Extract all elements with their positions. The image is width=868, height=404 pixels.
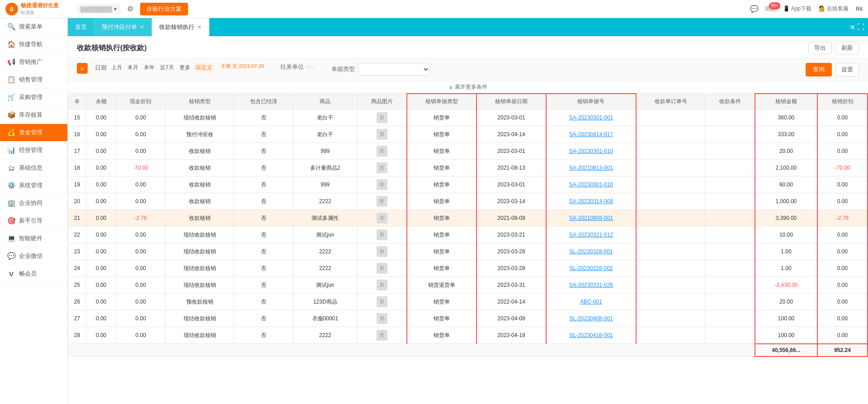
col-offset-amount: 核销金额: [755, 94, 817, 109]
cell-receipt-cond: [705, 227, 755, 243]
cell-offset-discount: 0.00: [817, 243, 868, 260]
expand-window-icon[interactable]: ⛶: [857, 23, 864, 31]
cell-bill-no[interactable]: SA-20230321-012: [546, 227, 636, 243]
sidebar-item-newbie[interactable]: 🎯 新手引导: [0, 212, 67, 230]
sidebar-item-sys-mgmt[interactable]: ⚙️ 系统管理: [0, 177, 67, 195]
col-balance: 余额: [86, 94, 116, 109]
total-label: [68, 344, 755, 356]
table-row: 22 0.00 0.00 现结收款核销 否 测试jun 图 销货单 2023-0…: [68, 227, 868, 243]
cell-receipt-order-no: [636, 193, 705, 210]
cell-bill-no[interactable]: SA-20230414-017: [546, 126, 636, 143]
cell-no: 16: [68, 126, 86, 143]
page-title: 收款核销执行(按收款): [77, 43, 147, 53]
col-settings[interactable]: ⚙: [68, 94, 86, 109]
sidebar-item-vip[interactable]: V 畅会员: [0, 265, 67, 283]
sidebar: 🔍 搜索菜单 🏠 快捷导航 📢 营销推广 📋 销售管理 🛒 采购管理 📦 库存核…: [0, 18, 68, 404]
sidebar-item-inventory[interactable]: 📦 库存核算: [0, 106, 67, 124]
cell-include-cleared: 否: [234, 126, 293, 143]
cell-bill-no[interactable]: SA-20210813-001: [546, 160, 636, 176]
cell-bill-no[interactable]: SA-20230301-010: [546, 176, 636, 193]
online-support-link[interactable]: 💁 在线客服: [819, 5, 849, 13]
tab-receipt-offset-close[interactable]: ✕: [197, 24, 202, 30]
user-name[interactable]: Rit: [856, 6, 863, 12]
sidebar-item-basic-info[interactable]: 🗂 基础信息: [0, 159, 67, 177]
cell-bill-type: 销货单: [407, 126, 476, 143]
cell-bill-no[interactable]: ABC-001: [546, 294, 636, 310]
tab-home[interactable]: 首页: [68, 18, 94, 36]
content-area: 首页 预付冲应付单 ✕ 收款核销执行 ✕ ✕ ⛶ 收款核销执行(按收款) 导出: [68, 18, 868, 404]
refresh-button[interactable]: 刷新: [835, 42, 859, 54]
notification-bell[interactable]: 💬 99+ 消息: [750, 5, 776, 13]
cell-goods: 老白干: [293, 126, 357, 143]
cell-receipt-cond: [705, 210, 755, 227]
sidebar-item-fund[interactable]: 💰 资金管理: [0, 124, 67, 142]
cell-offset-type: 现结收款核销: [165, 310, 234, 327]
search-button[interactable]: 查询: [806, 63, 832, 76]
cell-offset-type: 收款核销: [165, 160, 234, 176]
cell-bill-no[interactable]: SA-20210808-001: [546, 210, 636, 227]
cell-bill-no[interactable]: SA-20230301-010: [546, 143, 636, 160]
tab-prepaid-offset-close[interactable]: ✕: [140, 24, 144, 30]
gear-icon[interactable]: ⚙: [124, 3, 137, 15]
sidebar-item-corp-collab[interactable]: 🏢 企业协同: [0, 195, 67, 212]
counterpart-selector[interactable]: ···: [307, 63, 315, 71]
company-selector[interactable]: ▓▓▓▓▓▓▓▓ ▾: [77, 4, 120, 14]
sidebar-item-corp-wechat[interactable]: 💬 企业微信: [0, 247, 67, 265]
cell-bill-no[interactable]: SA-20230301-001: [546, 109, 636, 126]
cell-no: 24: [68, 260, 86, 277]
page-content: 收款核销执行(按收款) 导出 刷新 » 日期 上月 本月 本年 近7天 更多: [68, 36, 868, 404]
expand-more-bar[interactable]: ∨ 展开更多条件: [68, 81, 868, 93]
date-range-text: 不限 至 2023-07-26: [221, 63, 264, 70]
sidebar-item-marketing[interactable]: 📢 营销推广: [0, 53, 67, 71]
cell-receipt-cond: [705, 327, 755, 344]
cell-include-cleared: 否: [234, 143, 293, 160]
cell-no: 18: [68, 160, 86, 176]
table-wrapper[interactable]: ⚙ 余额 现金折扣 核销类型 包含已结清 商品 商品图片 核销单据类型 核销单据…: [68, 93, 868, 404]
date-this-year[interactable]: 本年: [142, 63, 156, 72]
cell-goods: 999: [293, 143, 357, 160]
date-this-month[interactable]: 本月: [126, 63, 140, 72]
cell-bill-no[interactable]: SL-20230328-002: [546, 260, 636, 277]
cell-bill-no[interactable]: SL-20230408-001: [546, 310, 636, 327]
cell-goods-img: 图: [358, 310, 407, 327]
date-more[interactable]: 更多: [178, 63, 192, 72]
date-last-7-days[interactable]: 近7天: [158, 63, 176, 72]
sidebar-item-sales[interactable]: 📋 销售管理: [0, 71, 67, 89]
cell-bill-no[interactable]: SA-20230314-008: [546, 193, 636, 210]
cell-bill-type: 销货单: [407, 243, 476, 260]
sidebar-item-search-menu[interactable]: 🔍 搜索菜单: [0, 18, 67, 36]
cell-offset-type: 现结收款核销: [165, 260, 234, 277]
cell-bill-no[interactable]: SL-20230328-001: [546, 243, 636, 260]
setting-button[interactable]: 设置: [835, 63, 859, 76]
export-button[interactable]: 导出: [808, 42, 832, 54]
table-row: 26 0.00 0.00 预收款核销 否 123D商品 图 销货单 2022-0…: [68, 294, 868, 310]
app-download-link[interactable]: 📱 App下载: [783, 5, 811, 13]
tab-receipt-offset[interactable]: 收款核销执行 ✕: [152, 18, 209, 36]
cell-cash-discount: 0.00: [116, 294, 165, 310]
inventory-icon: 📦: [7, 111, 15, 119]
col-bill-date: 核销单据日期: [476, 94, 546, 109]
tab-prepaid-offset[interactable]: 预付冲应付单 ✕: [94, 18, 152, 36]
industry-button[interactable]: 休验行业方案: [140, 3, 188, 15]
sidebar-item-quick-nav[interactable]: 🏠 快捷导航: [0, 36, 67, 53]
basic-info-icon: 🗂: [7, 164, 15, 172]
sys-icon: ⚙️: [7, 181, 15, 190]
app-name: 畅捷通谱好生意: [21, 2, 59, 10]
cell-offset-type: 现结收款核销: [165, 243, 234, 260]
cell-no: 22: [68, 227, 86, 243]
cell-receipt-cond: [705, 176, 755, 193]
sidebar-item-ops[interactable]: 📊 经营管理: [0, 142, 67, 159]
date-last-month[interactable]: 上月: [109, 63, 124, 72]
cell-cash-discount: 0.00: [116, 227, 165, 243]
filter-action-buttons: 查询 设置: [806, 63, 859, 76]
table-row: 21 0.00 -2.76 收款核销 否 测试多属性 图 销货单 2021-08…: [68, 210, 868, 227]
cell-bill-no[interactable]: SL-20230418-001: [546, 327, 636, 344]
filter-expand-button[interactable]: »: [77, 63, 88, 74]
sidebar-item-smart-hw[interactable]: 💻 智能硬件: [0, 230, 67, 247]
sidebar-item-purchase[interactable]: 🛒 采购管理: [0, 89, 67, 106]
bill-type-select[interactable]: [358, 63, 430, 76]
cell-bill-no[interactable]: SA-20230331-026: [546, 277, 636, 294]
date-custom[interactable]: 自定义: [194, 63, 214, 72]
close-window-icon[interactable]: ✕: [849, 23, 855, 32]
cell-offset-amount: 10.00: [755, 227, 817, 243]
